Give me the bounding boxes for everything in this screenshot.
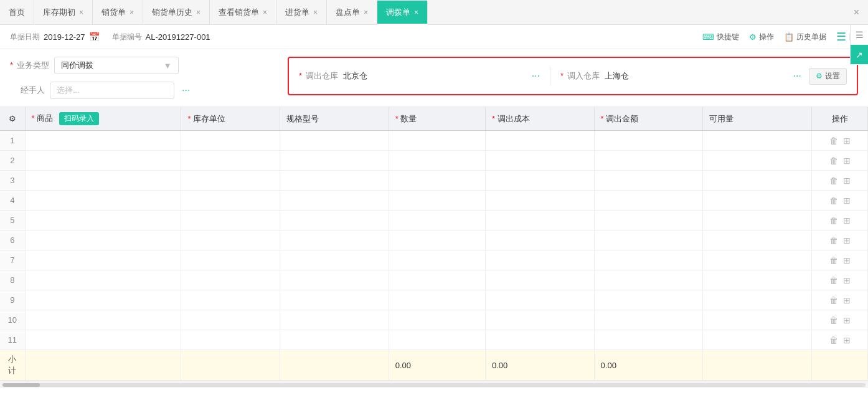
delete-icon-11[interactable]: 🗑	[829, 335, 838, 345]
calendar-icon[interactable]: 📅	[89, 32, 100, 42]
row-unit-1[interactable]	[181, 131, 280, 151]
tab-transfer-close[interactable]: ×	[414, 8, 418, 17]
row-product-7[interactable]	[25, 250, 181, 270]
row-spec-9[interactable]	[280, 290, 389, 310]
row-amount-1[interactable]	[594, 131, 703, 151]
row-available-3[interactable]	[703, 171, 812, 191]
delete-icon-6[interactable]: 🗑	[829, 236, 838, 245]
row-spec-1[interactable]	[280, 131, 389, 151]
row-available-10[interactable]	[703, 310, 812, 330]
copy-icon-6[interactable]: ⊞	[843, 236, 851, 245]
scroll-thumb[interactable]	[2, 383, 40, 387]
row-unit-10[interactable]	[181, 310, 280, 330]
row-product-11[interactable]	[25, 330, 181, 350]
row-available-4[interactable]	[703, 191, 812, 211]
row-product-10[interactable]	[25, 310, 181, 330]
row-cost-1[interactable]	[485, 131, 594, 151]
tab-sales-history[interactable]: 销货单历史 ×	[143, 0, 210, 24]
row-amount-6[interactable]	[594, 231, 703, 250]
row-spec-10[interactable]	[280, 310, 389, 330]
row-cost-6[interactable]	[485, 231, 594, 250]
delete-icon-7[interactable]: 🗑	[829, 255, 838, 265]
row-amount-5[interactable]	[594, 211, 703, 231]
row-unit-9[interactable]	[181, 290, 280, 310]
copy-icon-4[interactable]: ⊞	[843, 196, 851, 206]
row-spec-3[interactable]	[280, 171, 389, 191]
row-qty-5[interactable]	[389, 211, 485, 231]
row-unit-3[interactable]	[181, 171, 280, 191]
row-product-2[interactable]	[25, 151, 181, 171]
tab-sales-order-close[interactable]: ×	[130, 8, 134, 17]
scrollbar-row[interactable]	[0, 381, 868, 388]
row-spec-8[interactable]	[280, 270, 389, 290]
delete-icon-3[interactable]: 🗑	[829, 176, 838, 186]
tab-purchase-order[interactable]: 进货单 ×	[276, 0, 327, 24]
row-qty-1[interactable]	[389, 131, 485, 151]
copy-icon-8[interactable]: ⊞	[843, 275, 851, 285]
row-cost-4[interactable]	[485, 191, 594, 211]
warehouse-in-more-icon[interactable]: ···	[793, 70, 801, 82]
tab-sales-order[interactable]: 销货单 ×	[93, 0, 143, 24]
row-qty-11[interactable]	[389, 330, 485, 350]
row-available-9[interactable]	[703, 290, 812, 310]
row-cost-10[interactable]	[485, 310, 594, 330]
row-amount-2[interactable]	[594, 151, 703, 171]
row-qty-9[interactable]	[389, 290, 485, 310]
right-panel-export-icon[interactable]: ↗	[851, 45, 868, 65]
row-available-11[interactable]	[703, 330, 812, 350]
row-amount-8[interactable]	[594, 270, 703, 290]
row-available-7[interactable]	[703, 250, 812, 270]
scan-button[interactable]: 扫码录入	[59, 112, 99, 125]
row-unit-7[interactable]	[181, 250, 280, 270]
copy-icon-5[interactable]: ⊞	[843, 216, 851, 226]
row-spec-6[interactable]	[280, 231, 389, 250]
delete-icon-10[interactable]: 🗑	[829, 315, 838, 325]
warehouse-out-more-icon[interactable]: ···	[532, 70, 540, 82]
row-product-4[interactable]	[25, 191, 181, 211]
row-qty-7[interactable]	[389, 250, 485, 270]
row-product-6[interactable]	[25, 231, 181, 250]
row-cost-9[interactable]	[485, 290, 594, 310]
tab-inventory-init-close[interactable]: ×	[79, 8, 83, 17]
row-qty-4[interactable]	[389, 191, 485, 211]
delete-icon-4[interactable]: 🗑	[829, 196, 838, 206]
row-available-1[interactable]	[703, 131, 812, 151]
row-amount-9[interactable]	[594, 290, 703, 310]
row-available-8[interactable]	[703, 270, 812, 290]
tab-view-sales[interactable]: 查看销货单 ×	[210, 0, 276, 24]
scroll-track[interactable]	[2, 383, 866, 387]
row-available-5[interactable]	[703, 211, 812, 231]
copy-icon-3[interactable]: ⊞	[843, 176, 851, 186]
tab-stocktake[interactable]: 盘点单 ×	[327, 0, 377, 24]
history-button[interactable]: 📋 历史单据	[784, 32, 826, 42]
tab-purchase-order-close[interactable]: ×	[313, 8, 318, 17]
row-available-6[interactable]	[703, 231, 812, 250]
row-amount-11[interactable]	[594, 330, 703, 350]
copy-icon-10[interactable]: ⊞	[843, 315, 851, 325]
handler-more-icon[interactable]: ···	[182, 85, 190, 96]
row-cost-5[interactable]	[485, 211, 594, 231]
row-spec-11[interactable]	[280, 330, 389, 350]
tab-view-sales-close[interactable]: ×	[263, 8, 267, 17]
copy-icon-1[interactable]: ⊞	[843, 136, 851, 146]
copy-icon-2[interactable]: ⊞	[843, 156, 851, 166]
row-qty-3[interactable]	[389, 171, 485, 191]
shortcut-button[interactable]: ⌨ 快捷键	[702, 32, 739, 42]
row-unit-8[interactable]	[181, 270, 280, 290]
row-product-5[interactable]	[25, 211, 181, 231]
tab-stocktake-close[interactable]: ×	[364, 8, 368, 17]
row-cost-8[interactable]	[485, 270, 594, 290]
row-unit-11[interactable]	[181, 330, 280, 350]
row-amount-3[interactable]	[594, 171, 703, 191]
row-cost-3[interactable]	[485, 171, 594, 191]
delete-icon-1[interactable]: 🗑	[829, 136, 838, 146]
operation-button[interactable]: ⚙ 操作	[749, 32, 774, 42]
row-product-3[interactable]	[25, 171, 181, 191]
copy-icon-7[interactable]: ⊞	[843, 255, 851, 265]
row-unit-2[interactable]	[181, 151, 280, 171]
row-product-9[interactable]	[25, 290, 181, 310]
row-qty-2[interactable]	[389, 151, 485, 171]
tab-sales-history-close[interactable]: ×	[196, 8, 200, 17]
row-available-2[interactable]	[703, 151, 812, 171]
row-amount-4[interactable]	[594, 191, 703, 211]
